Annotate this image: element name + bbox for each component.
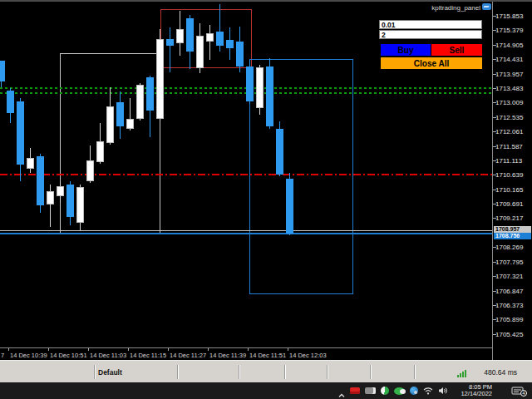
trade-count-input[interactable] bbox=[379, 30, 482, 39]
price-tick-label: 1714.431 bbox=[495, 56, 523, 63]
status-separator bbox=[327, 365, 328, 379]
candle-body bbox=[226, 40, 234, 48]
time-tick-label: 14 Dec 11:39 bbox=[209, 352, 246, 359]
candle-body bbox=[216, 32, 224, 46]
candle-body bbox=[146, 77, 154, 111]
candle-body bbox=[126, 119, 134, 129]
candle-body bbox=[176, 29, 184, 43]
candle-body bbox=[236, 42, 244, 66]
candle-body bbox=[116, 102, 124, 126]
candle-body bbox=[66, 185, 74, 217]
lot-size-input[interactable] bbox=[379, 20, 482, 29]
price-tick-label: 1714.905 bbox=[495, 42, 523, 49]
connection-latency[interactable]: 480.64 ms bbox=[484, 368, 517, 377]
candle-body bbox=[136, 85, 144, 119]
candle-body bbox=[7, 91, 14, 113]
candle-body bbox=[196, 36, 204, 68]
status-separator bbox=[239, 365, 239, 379]
price-tick-label: 1705.425 bbox=[495, 331, 523, 338]
price-tick-label: 1712.535 bbox=[495, 114, 523, 121]
status-bar: Default 480.64 ms bbox=[0, 360, 532, 382]
price-tick-label: 1708.269 bbox=[495, 244, 523, 251]
price-tick-label: 1709.691 bbox=[495, 200, 523, 208]
time-tick-label: 14 Dec 11:03 bbox=[90, 352, 126, 359]
hidden-icons-chevron-icon[interactable] bbox=[338, 387, 345, 394]
candle-wick bbox=[170, 27, 170, 72]
notification-center-icon[interactable]: 4 bbox=[511, 385, 524, 395]
price-tick-label: 1715.853 bbox=[495, 12, 523, 20]
candle-body bbox=[17, 101, 24, 165]
price-tick-label: 1710.639 bbox=[495, 171, 523, 179]
time-axis[interactable]: 714 Dec 10:3914 Dec 10:5114 Dec 11:0314 … bbox=[0, 347, 492, 360]
candle-body bbox=[47, 191, 54, 204]
candle-body bbox=[256, 67, 264, 108]
candle-body bbox=[156, 39, 164, 119]
candle-body bbox=[286, 179, 293, 234]
system-tray bbox=[336, 382, 451, 399]
ask-price-box: 1708.957 bbox=[494, 226, 531, 233]
time-tick-label: 14 Dec 10:51 bbox=[50, 352, 87, 359]
candle-body bbox=[166, 39, 174, 46]
price-tick-label: 1713.009 bbox=[495, 99, 523, 106]
candle-body bbox=[266, 66, 273, 126]
clock-date: 12/14/2022 bbox=[461, 391, 492, 397]
price-axis[interactable]: 1715.8531715.3791714.9051714.4311713.957… bbox=[492, 2, 532, 360]
screen: kpltrading_panel Buy Sell Close All 714 … bbox=[0, 0, 532, 399]
time-tick-label: 7 bbox=[1, 352, 4, 359]
price-tick-label: 1705.899 bbox=[495, 316, 523, 323]
taskbar: 8:05 PM 12/14/2022 4 bbox=[0, 382, 532, 399]
bid-price-box: 1708.756 bbox=[494, 233, 531, 239]
price-tick-label: 1712.061 bbox=[495, 128, 523, 135]
panel-title: kpltrading_panel bbox=[431, 4, 480, 12]
gray-app-icon[interactable] bbox=[365, 387, 376, 394]
candle-body bbox=[106, 106, 114, 143]
price-tick-label: 1707.795 bbox=[495, 259, 523, 266]
red-app-icon[interactable] bbox=[350, 387, 360, 394]
chart-area[interactable]: kpltrading_panel Buy Sell Close All bbox=[0, 2, 492, 347]
profile-label[interactable]: Default bbox=[98, 368, 122, 377]
status-separator bbox=[94, 365, 95, 379]
candle-wick bbox=[209, 25, 210, 60]
status-separator bbox=[284, 365, 285, 379]
close-all-button[interactable]: Close All bbox=[381, 57, 482, 69]
price-tick-label: 1706.373 bbox=[495, 302, 523, 309]
candle-body bbox=[86, 160, 94, 181]
candle-body bbox=[37, 156, 44, 205]
candle-body bbox=[206, 33, 214, 42]
time-tick-label: 14 Dec 11:15 bbox=[130, 352, 166, 359]
candle-body bbox=[276, 129, 283, 175]
candle-body bbox=[246, 66, 254, 101]
candle-body bbox=[57, 186, 64, 196]
time-tick-label: 14 Dec 11:27 bbox=[170, 352, 206, 359]
price-tick-label: 1715.379 bbox=[495, 27, 523, 34]
green-pie-icon[interactable] bbox=[381, 387, 389, 395]
expert-advisor-icon[interactable] bbox=[482, 3, 491, 10]
time-tick-label: 14 Dec 11:51 bbox=[249, 352, 286, 359]
wifi-icon[interactable] bbox=[423, 383, 433, 398]
candle-body bbox=[186, 18, 194, 52]
notification-badge: 4 bbox=[520, 390, 527, 397]
sell-button[interactable]: Sell bbox=[431, 44, 482, 56]
price-tick-label: 1710.165 bbox=[495, 186, 523, 194]
price-tick-label: 1707.321 bbox=[495, 273, 523, 280]
candle-body bbox=[0, 61, 5, 81]
candle-body bbox=[96, 141, 104, 162]
price-tick-label: 1713.957 bbox=[495, 71, 523, 78]
price-tick-label: 1713.483 bbox=[495, 85, 523, 92]
connection-bars-icon bbox=[457, 370, 467, 377]
blue-globe-icon[interactable] bbox=[410, 387, 418, 395]
price-tick-label: 1706.847 bbox=[495, 288, 523, 295]
status-separator bbox=[370, 365, 371, 379]
candle-body bbox=[76, 187, 84, 223]
price-tick-label: 1709.217 bbox=[495, 214, 523, 222]
price-tick-label: 1711.587 bbox=[495, 143, 523, 150]
green-chat-icon[interactable] bbox=[394, 387, 405, 395]
taskbar-clock[interactable]: 8:05 PM 12/14/2022 bbox=[461, 384, 492, 397]
status-separator bbox=[414, 365, 415, 379]
speaker-icon[interactable] bbox=[438, 383, 448, 398]
status-separator bbox=[177, 365, 178, 379]
candle-body bbox=[27, 158, 34, 169]
buy-button[interactable]: Buy bbox=[381, 44, 431, 56]
time-tick-label: 14 Dec 12:03 bbox=[289, 352, 327, 359]
time-tick-label: 14 Dec 10:39 bbox=[10, 352, 47, 359]
